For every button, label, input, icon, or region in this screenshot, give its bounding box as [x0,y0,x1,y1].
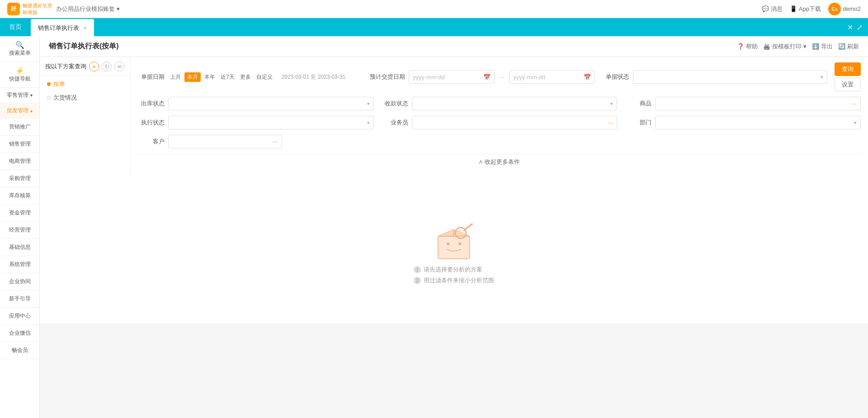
app-download-action[interactable]: 📱 App下载 [790,5,821,13]
refresh-btn[interactable]: 🔄 刷新 [838,43,859,51]
chevron-down-icon: ▾ [117,5,120,12]
empty-state: 1 请先选择要分析的方案 2 用过滤条件来缩小分析范围 [40,175,868,323]
ship-status-select[interactable]: ▾ [168,97,374,110]
tab-close-icon[interactable]: × [84,25,87,31]
tab-home[interactable]: 首页 [0,18,31,36]
user-profile[interactable]: Ea demo2 [828,3,861,15]
date-tab-more[interactable]: 更多 [238,72,253,82]
filter-area: 按以下方案查询 + ↻ ≪ 按单 欠货情况 [40,57,868,175]
top-header: 好 畅捷通好生意 标准版 办公用品行业模拟账套 ▾ 💬 消息 📱 App下载 E… [0,0,868,18]
more-dots-icon-3[interactable]: ··· [273,138,278,145]
filter-row-3: 执行状态 ▾ 业务员 ··· 部门 [137,116,861,129]
print-icon: 🖨️ [763,43,770,50]
sidebar-item-enterprise[interactable]: 企业协同 [0,273,39,290]
sidebar-item-wechat[interactable]: 企业微信 [0,325,39,342]
sidebar-item-system[interactable]: 系统管理 [0,256,39,273]
message-action[interactable]: 💬 消息 [762,5,783,13]
exec-status-field: 执行状态 ▾ [137,116,374,129]
sidebar-item-finance[interactable]: 资金管理 [0,204,39,222]
sidebar-item-basic[interactable]: 基础信息 [0,239,39,256]
add-scheme-btn[interactable]: + [89,62,99,71]
calendar-icon: 📅 [483,74,491,81]
exec-status-select[interactable]: ▾ [168,116,374,129]
date-field: 单据日期 上月 本月 本年 近7天 更多 自定义 2023-03-01 至 20… [137,72,363,82]
product-input[interactable]: ··· [655,97,861,110]
collapse-filters-btn[interactable]: ∧ 收起更多条件 [137,154,861,170]
more-dots-icon[interactable]: ··· [851,100,857,107]
help-btn[interactable]: ❓ 帮助 [737,43,758,51]
tab-sales-order[interactable]: 销售订单执行表 × [31,19,94,37]
svg-marker-1 [438,229,454,236]
scheme-list: 按单 欠货情况 [40,76,130,106]
order-status-field: 单据状态 ▾ [602,70,827,84]
empty-step-2: 2 用过滤条件来缩小分析范围 [414,276,494,285]
help-icon: ❓ [737,43,744,50]
expected-date-field: 预计交货日期 yyyy-mm-dd 📅 — yyyy-mm-dd 📅 [370,70,595,84]
download-icon: 📱 [790,5,797,12]
sidebar-item-member[interactable]: 畅会员 [0,342,39,359]
expected-date-end[interactable]: yyyy-mm-dd 📅 [509,70,595,84]
receipt-status-field: 收款状态 ▾ [381,97,618,110]
expected-date-start[interactable]: yyyy-mm-dd 📅 [409,70,495,84]
avatar: Ea [828,3,841,15]
calendar-icon-2: 📅 [584,74,591,81]
filter-row-2: 出库状态 ▾ 收款状态 ▾ 商品 [137,97,861,110]
close-window-icon[interactable]: ✕ [847,23,853,32]
sidebar-item-retail[interactable]: 零售管理 ▾ [0,88,39,103]
doc-selector[interactable]: 办公用品行业模拟账套 ▾ [56,5,120,13]
sidebar: 🔍 搜索菜单 ⚡ 快捷导航 零售管理 ▾ 批发管理 ▴ 营销推广 销售管理 电商… [0,36,40,418]
date-tab-prev-month[interactable]: 上月 [168,72,183,82]
sidebar-item-wholesale[interactable]: 批发管理 ▴ [0,103,39,119]
scheme-item-0[interactable]: 按单 [43,77,126,91]
sidebar-item-sales[interactable]: 销售管理 [0,136,39,153]
dept-select[interactable]: ▾ [655,116,861,129]
svg-point-9 [458,242,461,245]
settings-btn[interactable]: 设置 [835,78,861,91]
empty-step-1: 1 请先选择要分析的方案 [414,266,494,274]
sidebar-item-ecommerce[interactable]: 电商管理 [0,153,39,170]
date-tab-current-year[interactable]: 本年 [203,72,217,82]
date-tab-7days[interactable]: 近7天 [219,72,236,82]
query-buttons: 查询 设置 [835,62,861,91]
salesman-input[interactable]: ··· [412,116,618,129]
tab-bar: 首页 销售订单执行表 × ✕ ⤢ [0,18,868,36]
filter-row-4: 客户 ··· [137,135,861,148]
collapse-scheme-btn[interactable]: ≪ [114,62,124,71]
scheme-panel: 按以下方案查询 + ↻ ≪ 按单 欠货情况 [40,57,130,175]
sidebar-item-newguide[interactable]: 新手引导 [0,290,39,308]
logo-icon: 好 [7,3,20,15]
sidebar-item-operations[interactable]: 经营管理 [0,222,39,239]
ship-status-field: 出库状态 ▾ [137,97,374,110]
order-status-select[interactable]: ▾ [633,70,827,84]
date-tab-current-month[interactable]: 本月 [184,72,201,82]
chevron-down-icon: ▾ [821,74,823,80]
export-btn[interactable]: ⬇️ 导出 [812,43,833,51]
customer-field: 客户 ··· [137,135,282,148]
chevron-up-icon: ∧ [478,158,485,165]
scheme-item-1[interactable]: 欠货情况 [43,91,126,104]
query-btn[interactable]: 查询 [835,62,861,76]
svg-point-7 [457,229,464,237]
maximize-icon[interactable]: ⤢ [857,23,863,32]
empty-steps: 1 请先选择要分析的方案 2 用过滤条件来缩小分析范围 [414,266,494,287]
sidebar-item-inventory[interactable]: 库存核算 [0,187,39,204]
refresh-scheme-btn[interactable]: ↻ [102,62,112,71]
sidebar-item-marketing[interactable]: 营销推广 [0,119,39,136]
chevron-down-icon-3: ▾ [610,101,613,107]
template-print-btn[interactable]: 🖨️ 按模板打印 ▾ [763,43,807,51]
tab-bar-actions: ✕ ⤢ [847,23,868,32]
chevron-up-icon: ▴ [30,108,33,113]
header-right: 💬 消息 📱 App下载 Ea demo2 [762,3,861,15]
date-tab-custom[interactable]: 自定义 [255,72,274,82]
sidebar-item-appcenter[interactable]: 应用中心 [0,308,39,325]
more-dots-icon-2[interactable]: ··· [608,119,613,126]
sidebar-item-search[interactable]: 🔍 搜索菜单 [0,36,39,62]
receipt-status-select[interactable]: ▾ [412,97,618,110]
chevron-down-icon: ▾ [803,43,807,50]
logo-text: 畅捷通好生意 标准版 [23,2,52,15]
page-header: 销售订单执行表(按单) ❓ 帮助 🖨️ 按模板打印 ▾ ⬇️ 导出 🔄 刷新 [40,36,868,57]
sidebar-item-purchase[interactable]: 采购管理 [0,170,39,187]
customer-input[interactable]: ··· [168,135,282,148]
dept-field: 部门 ▾ [624,116,861,129]
sidebar-item-quick-nav[interactable]: ⚡ 快捷导航 [0,62,39,88]
